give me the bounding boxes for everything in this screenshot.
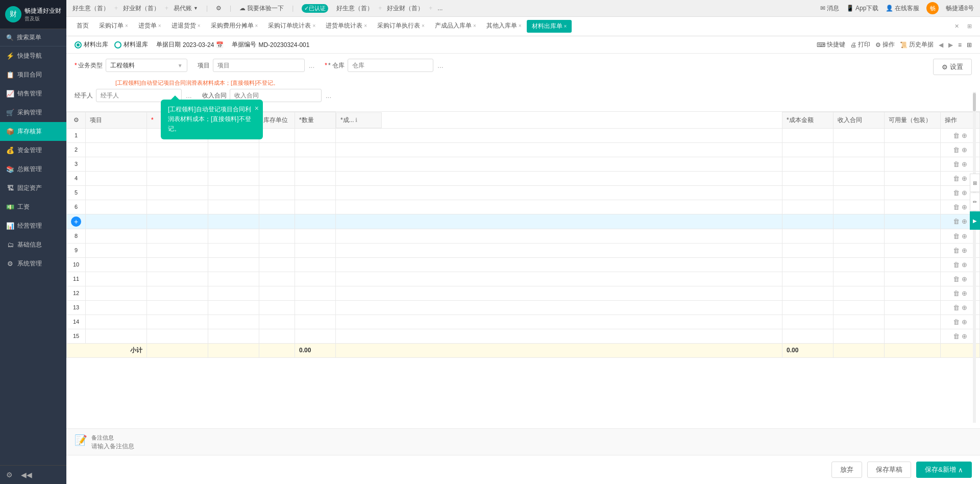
row-6-spec[interactable]: [208, 200, 259, 214]
row-1-cost[interactable]: [336, 128, 782, 142]
scrollbar-thumb[interactable]: [973, 93, 976, 111]
sidebar-item-inventory[interactable]: 📦 库存核算: [0, 122, 66, 141]
delete-row-10-btn[interactable]: 🗑: [953, 261, 960, 269]
radio-material-return[interactable]: 材料退库: [114, 40, 148, 49]
copy-row-6-btn[interactable]: ⊕: [962, 203, 967, 211]
settings-icon[interactable]: ⚙: [216, 5, 222, 12]
row-5-material[interactable]: [147, 185, 208, 200]
row-2-available[interactable]: [885, 142, 941, 157]
nav-good-biz-finance2[interactable]: 好业财（首）: [387, 4, 424, 13]
row-4-cost-amount[interactable]: [782, 171, 834, 185]
delete-row-7-btn[interactable]: 🗑: [953, 217, 960, 225]
row-2-cost-amount[interactable]: [782, 142, 834, 157]
add-row-btn[interactable]: +: [71, 216, 81, 227]
warehouse-input[interactable]: [348, 59, 433, 72]
copy-row-15-btn[interactable]: ⊕: [962, 332, 967, 340]
row-5-available[interactable]: [885, 185, 941, 200]
settings-btn[interactable]: ⚙ 设置: [933, 59, 972, 75]
nav-more[interactable]: ...: [437, 5, 443, 12]
row-1-project[interactable]: [86, 128, 147, 142]
tab-close-purchase-exec[interactable]: ×: [422, 23, 425, 29]
delete-row-3-btn[interactable]: 🗑: [953, 160, 960, 168]
right-tool-1[interactable]: ⊞: [970, 174, 980, 192]
save-new-button[interactable]: 保存&新增 ∧: [916, 462, 972, 478]
delete-row-12-btn[interactable]: 🗑: [953, 289, 960, 297]
copy-row-11-btn[interactable]: ⊕: [962, 275, 967, 283]
row-4-income[interactable]: [834, 171, 885, 185]
row-1-cost-amount[interactable]: [782, 128, 834, 142]
nav-next-btn[interactable]: ▶: [948, 41, 953, 49]
copy-row-2-btn[interactable]: ⊕: [962, 146, 967, 154]
delete-row-6-btn[interactable]: 🗑: [953, 203, 960, 211]
delete-row-2-btn[interactable]: 🗑: [953, 146, 960, 154]
tab-product-in[interactable]: 产成品入库单 ×: [430, 17, 481, 35]
row-2-spec[interactable]: [208, 142, 259, 157]
tab-purchase-exec[interactable]: 采购订单执行表 ×: [372, 17, 430, 35]
sidebar-item-sales[interactable]: 📈 销售管理: [0, 84, 66, 103]
copy-row-12-btn[interactable]: ⊕: [962, 289, 967, 297]
row-3-cost[interactable]: [336, 157, 782, 171]
row-5-income[interactable]: [834, 185, 885, 200]
copy-row-8-btn[interactable]: ⊕: [962, 232, 967, 240]
tab-other-in[interactable]: 其他入库单 ×: [481, 17, 527, 35]
user-avatar[interactable]: 畅: [926, 2, 939, 14]
row-3-material[interactable]: [147, 157, 208, 171]
try-experience[interactable]: ☁ 我要体验一下: [239, 4, 284, 13]
delete-row-9-btn[interactable]: 🗑: [953, 247, 960, 254]
shortcut-btn[interactable]: ⌨ 快捷键: [817, 40, 845, 49]
tab-purchase-in-stat[interactable]: 进货单统计表 ×: [321, 17, 372, 35]
delete-row-11-btn[interactable]: 🗑: [953, 275, 960, 283]
tab-close-purchase-in[interactable]: ×: [158, 23, 161, 29]
row-7-material[interactable]: [147, 214, 208, 229]
sidebar-item-system[interactable]: ⚙ 系统管理: [0, 254, 66, 273]
delete-row-14-btn[interactable]: 🗑: [953, 318, 960, 326]
copy-row-9-btn[interactable]: ⊕: [962, 247, 967, 254]
copy-row-3-btn[interactable]: ⊕: [962, 160, 967, 168]
tab-close-purchase-return[interactable]: ×: [198, 23, 201, 29]
tab-close-purchase-fee[interactable]: ×: [255, 23, 258, 29]
copy-row-7-btn[interactable]: ⊕: [962, 217, 967, 225]
copy-row-13-btn[interactable]: ⊕: [962, 304, 967, 311]
row-5-project[interactable]: [86, 185, 147, 200]
row-6-cost[interactable]: [336, 200, 782, 214]
row-6-available[interactable]: [885, 200, 941, 214]
row-2-project[interactable]: [86, 142, 147, 157]
right-tool-2[interactable]: ✏: [970, 192, 980, 211]
row-4-qty[interactable]: [295, 171, 336, 185]
row-5-spec[interactable]: [208, 185, 259, 200]
row-3-cost-amount[interactable]: [782, 157, 834, 171]
row-6-cost-amount[interactable]: [782, 200, 834, 214]
nav-agency[interactable]: 易代账 ▼: [174, 4, 198, 13]
tooltip-close-btn[interactable]: ×: [255, 103, 259, 114]
row-1-available[interactable]: [885, 128, 941, 142]
row-7-qty[interactable]: [295, 214, 336, 229]
tab-purchase-in[interactable]: 进货单 ×: [133, 17, 166, 35]
settings-bottom-icon[interactable]: ⚙: [6, 471, 13, 479]
copy-row-14-btn[interactable]: ⊕: [962, 318, 967, 326]
sidebar-item-project[interactable]: 📋 项目合同: [0, 65, 66, 84]
sidebar-item-purchase[interactable]: 🛒 采购管理: [0, 103, 66, 122]
row-3-income[interactable]: [834, 157, 885, 171]
app-download-btn[interactable]: 📱 App下载: [846, 4, 878, 13]
sidebar-item-assets[interactable]: 🏗 固定资产: [0, 179, 66, 198]
row-4-spec[interactable]: [208, 171, 259, 185]
sidebar-search[interactable]: 🔍 搜索菜单: [0, 29, 66, 46]
row-1-qty[interactable]: [295, 128, 336, 142]
row-4-available[interactable]: [885, 171, 941, 185]
row-1-unit[interactable]: [259, 128, 295, 142]
row-4-unit[interactable]: [259, 171, 295, 185]
nav-good-biz[interactable]: 好生意（首）: [72, 4, 109, 13]
tab-purchase-stat[interactable]: 采购订单统计表 ×: [263, 17, 321, 35]
list-view-icon[interactable]: ≡: [958, 41, 962, 49]
operate-btn[interactable]: ⚙ 操作: [875, 40, 895, 49]
row-6-unit[interactable]: [259, 200, 295, 214]
row-7-available[interactable]: [885, 214, 941, 229]
msg-btn[interactable]: ✉ 消息: [820, 4, 839, 13]
sidebar-item-ledger[interactable]: 📚 总账管理: [0, 160, 66, 179]
row-5-unit[interactable]: [259, 185, 295, 200]
row-7-material-input-field[interactable]: [151, 218, 204, 225]
row-4-material[interactable]: [147, 171, 208, 185]
row-2-unit[interactable]: [259, 142, 295, 157]
row-2-income[interactable]: [834, 142, 885, 157]
warehouse-dots[interactable]: ...: [437, 61, 444, 69]
